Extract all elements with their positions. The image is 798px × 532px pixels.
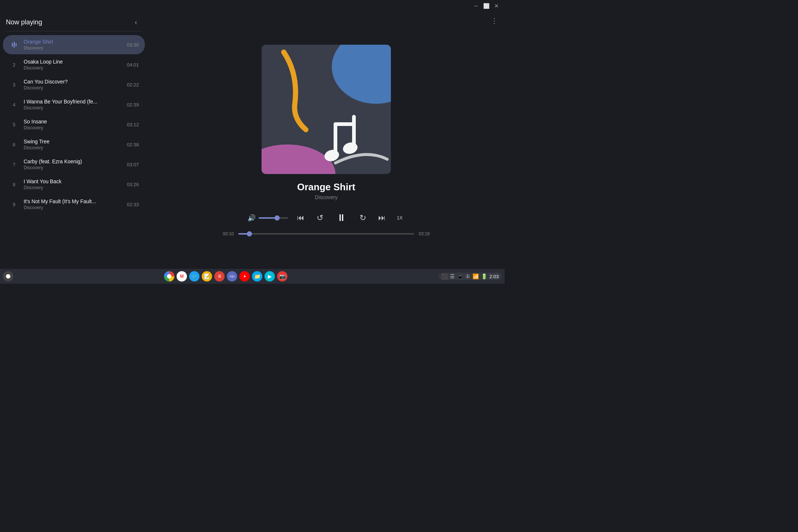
track-duration: 03:07 [127, 162, 139, 167]
title-bar: ─ ⬜ ✕ [0, 0, 505, 12]
next-button[interactable]: ⏭ [375, 211, 389, 225]
screenshot-icon[interactable]: ⬛ [441, 273, 448, 279]
track-number: 5 [9, 122, 19, 127]
notification-icon[interactable]: ① [466, 273, 470, 279]
track-item[interactable]: 7 Carby (feat. Ezra Koenig) Discovery 03… [3, 155, 145, 174]
progress-slider[interactable] [238, 233, 414, 235]
pause-button[interactable]: ⏸ [332, 209, 350, 227]
volume-icon[interactable]: 🔊 [248, 214, 256, 222]
track-item[interactable]: Orange Shirt Discovery 03:30 [3, 35, 145, 54]
current-time: 00:10 [223, 231, 234, 236]
song-title: Orange Shirt [297, 181, 355, 193]
close-button[interactable]: ✕ [491, 1, 502, 11]
track-album: Discovery [24, 165, 124, 170]
track-album: Discovery [24, 125, 124, 130]
taskbar-center: M🐦📝≡<t>📁▶📷 [15, 271, 437, 282]
track-list: Orange Shirt Discovery 03:30 2 Osaka Loo… [0, 31, 148, 269]
volume-control: 🔊 [248, 214, 288, 222]
track-number: 6 [9, 142, 19, 147]
track-info: Can You Discover? Discovery [24, 79, 124, 91]
track-number: 2 [9, 62, 19, 68]
track-album: Discovery [24, 105, 124, 110]
svg-rect-5 [334, 122, 356, 126]
track-number: 3 [9, 82, 19, 88]
track-album: Discovery [24, 45, 124, 51]
controls-row: 🔊 ⏮ ↺ ⏸ ↻ ⏭ 1X [248, 209, 405, 227]
track-number: 7 [9, 162, 19, 167]
track-item[interactable]: 8 I Want You Back Discovery 03:26 [3, 175, 145, 194]
track-name: I Want You Back [24, 178, 124, 184]
track-number: 8 [9, 182, 19, 187]
song-artist: Discovery [315, 194, 337, 200]
track-duration: 02:33 [127, 202, 139, 207]
progress-row: 00:10 03:19 [223, 231, 430, 236]
taskbar-dev[interactable]: <t> [227, 271, 237, 282]
taskbar-play[interactable]: ▶ [265, 271, 275, 282]
volume-slider[interactable] [259, 217, 288, 219]
track-duration: 03:12 [127, 122, 139, 127]
taskbar-files[interactable]: 📁 [252, 271, 262, 282]
track-album: Discovery [24, 65, 124, 71]
track-item[interactable]: 2 Osaka Loop Line Discovery 04:01 [3, 55, 145, 74]
app-container: Now playing ‹ Orange Shirt Discovery 03:… [0, 12, 505, 269]
track-duration: 02:39 [127, 102, 139, 108]
track-item[interactable]: 3 Can You Discover? Discovery 02:22 [3, 75, 145, 94]
track-info: Carby (feat. Ezra Koenig) Discovery [24, 158, 124, 170]
more-options-button[interactable]: ⋮ [488, 15, 500, 27]
launcher-button[interactable] [3, 271, 13, 282]
track-info: Swing Tree Discovery [24, 139, 124, 150]
sys-tray: ⬛ ☰ 📱 ① 📶 🔋 2:03 [439, 273, 502, 280]
wifi-icon[interactable]: 📶 [473, 273, 479, 279]
forward-button[interactable]: ↻ [356, 211, 369, 225]
speed-button[interactable]: 1X [395, 214, 405, 222]
panel-title: Now playing [6, 18, 42, 26]
back-button[interactable]: ‹ [130, 16, 142, 28]
track-album: Discovery [24, 85, 124, 91]
taskbar-notes[interactable]: 📝 [202, 271, 212, 282]
playlist-icon[interactable]: ☰ [450, 273, 455, 279]
track-name: Carby (feat. Ezra Koenig) [24, 158, 124, 164]
track-info: I Wanna Be Your Boyfriend (fe... Discove… [24, 99, 124, 110]
track-name: Swing Tree [24, 139, 124, 144]
track-info: It's Not My Fault (It's My Fault... Disc… [24, 198, 124, 210]
track-album: Discovery [24, 145, 124, 150]
track-album: Discovery [24, 185, 124, 190]
taskbar-camera[interactable]: 📷 [277, 271, 287, 282]
track-info: Orange Shirt Discovery [24, 39, 124, 51]
album-art [262, 45, 391, 174]
track-item[interactable]: 6 Swing Tree Discovery 02:38 [3, 135, 145, 154]
minimize-button[interactable]: ─ [471, 1, 481, 11]
taskbar-twitter[interactable]: 🐦 [189, 271, 200, 282]
track-item[interactable]: 4 I Wanna Be Your Boyfriend (fe... Disco… [3, 95, 145, 114]
taskbar-gmail[interactable]: M [177, 271, 187, 282]
taskbar-chrome[interactable] [164, 271, 174, 282]
track-name: So Insane [24, 119, 124, 125]
track-info: So Insane Discovery [24, 119, 124, 130]
taskbar-right: ⬛ ☰ 📱 ① 📶 🔋 2:03 [439, 273, 502, 280]
rewind-button[interactable]: ↺ [313, 211, 327, 225]
panel-header: Now playing ‹ [0, 12, 148, 31]
left-panel: Now playing ‹ Orange Shirt Discovery 03:… [0, 12, 148, 269]
track-duration: 03:30 [127, 42, 139, 48]
taskbar-youtube[interactable] [239, 271, 250, 282]
tablet-icon[interactable]: 📱 [457, 273, 463, 279]
clock: 2:03 [490, 274, 499, 279]
track-number: 4 [9, 102, 19, 108]
track-name: It's Not My Fault (It's My Fault... [24, 198, 124, 204]
playing-icon [9, 42, 19, 48]
taskbar-left [3, 271, 13, 282]
track-duration: 04:01 [127, 62, 139, 68]
prev-button[interactable]: ⏮ [294, 211, 307, 225]
track-name: Can You Discover? [24, 79, 124, 85]
track-item[interactable]: 5 So Insane Discovery 03:12 [3, 115, 145, 134]
taskbar-todoist[interactable]: ≡ [214, 271, 225, 282]
track-item[interactable]: 9 It's Not My Fault (It's My Fault... Di… [3, 195, 145, 214]
track-duration: 02:38 [127, 142, 139, 147]
track-name: Osaka Loop Line [24, 59, 124, 65]
maximize-button[interactable]: ⬜ [481, 1, 491, 11]
taskbar: M🐦📝≡<t>📁▶📷 ⬛ ☰ 📱 ① 📶 🔋 2:03 [0, 269, 505, 284]
track-duration: 02:22 [127, 82, 139, 88]
track-name: I Wanna Be Your Boyfriend (fe... [24, 99, 124, 105]
total-time: 03:19 [419, 231, 430, 236]
battery-icon[interactable]: 🔋 [481, 273, 487, 279]
